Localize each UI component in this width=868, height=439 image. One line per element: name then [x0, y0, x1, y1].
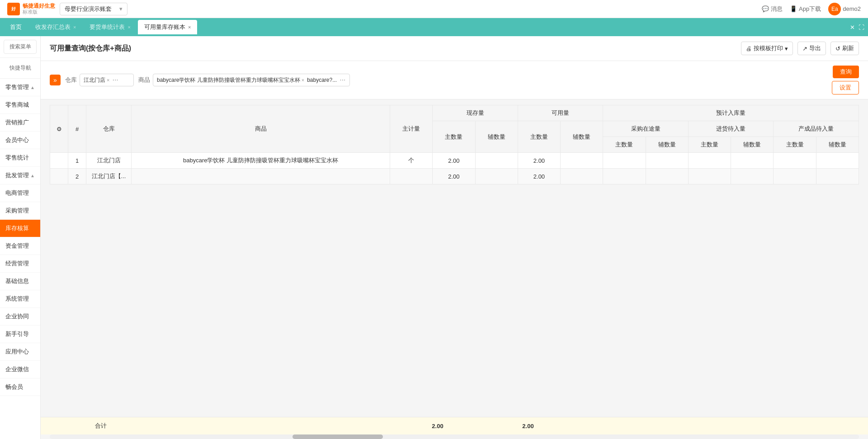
tab-order-stats[interactable]: 要货单统计表 ×	[83, 20, 137, 34]
settings-button[interactable]: 设置	[832, 81, 859, 94]
product-tag-2: babycare?...	[307, 77, 337, 83]
th-product: 商品	[132, 105, 390, 153]
filter-toggle-button[interactable]: »	[50, 75, 61, 85]
tab-home-label: 首页	[10, 23, 22, 31]
nav-tabs: 首页 收发存汇总表 × 要货单统计表 × 可用量库存账本 × ✕ ⛶	[0, 18, 868, 36]
tag-close-icon[interactable]: ×	[302, 77, 304, 83]
tab-order-stats-label: 要货单统计表	[90, 23, 125, 31]
cell-avail-aux-2	[561, 169, 603, 184]
message-icon: 💬	[762, 5, 769, 12]
sidebar-item-finance-mgmt[interactable]: 资金管理	[0, 237, 40, 255]
sidebar-item-sys-mgmt-label: 系统管理	[5, 295, 29, 303]
product-filter-field: 商品 babycare学饮杯 儿童防摔防撞吸管杯重力球吸嘴杯宝宝水杯 × bab…	[138, 74, 350, 86]
quick-nav-item[interactable]: 快捷导航	[0, 61, 40, 76]
th-no: #	[68, 105, 86, 153]
close-icon[interactable]: ×	[127, 24, 130, 30]
cell-prod-aux-2	[816, 169, 859, 184]
sidebar-item-retail-stats[interactable]: 零售统计	[0, 149, 40, 167]
cell-prod-main-1	[774, 153, 816, 169]
tag-close-icon[interactable]: ×	[107, 77, 109, 83]
cell-stock-aux-2	[475, 169, 518, 184]
sidebar-item-purchase-mgmt[interactable]: 采购管理	[0, 202, 40, 220]
cell-no-2: 2	[68, 169, 86, 184]
cell-avail-main-1: 2.00	[518, 153, 560, 169]
sidebar-item-ops-mgmt-label: 经营管理	[5, 260, 29, 268]
sidebar-item-enterprise-wechat[interactable]: 企业微信	[0, 361, 40, 378]
sidebar-item-inventory-check-label: 库存核算	[5, 224, 29, 232]
app-download-label: App下载	[799, 5, 821, 13]
close-window-icon[interactable]: ✕	[850, 24, 855, 31]
product-filter-value[interactable]: babycare学饮杯 儿童防摔防撞吸管杯重力球吸嘴杯宝宝水杯 × babyca…	[153, 74, 350, 86]
scrollbar-thumb[interactable]	[292, 434, 383, 439]
close-icon[interactable]: ×	[73, 24, 76, 30]
cell-unit-1: 个	[390, 153, 433, 169]
sidebar-item-retail-stats-label: 零售统计	[5, 154, 29, 162]
chevron-icon: ▲	[30, 173, 35, 178]
template-print-button[interactable]: 🖨 按模板打印 ▾	[741, 42, 793, 55]
cell-stock-main-1: 2.00	[433, 153, 475, 169]
th-purchase-main: 主数量	[603, 137, 646, 153]
sidebar-item-retail-mall[interactable]: 零售商城	[0, 96, 40, 114]
cell-avail-main-2: 2.00	[518, 169, 560, 184]
industry-selector[interactable]: 母婴行业演示账套 ▾	[60, 3, 127, 15]
sidebar-item-sys-mgmt[interactable]: 系统管理	[0, 290, 40, 308]
cell-inbound-aux-2	[731, 169, 774, 184]
sidebar-item-marketing-label: 营销推广	[5, 118, 29, 127]
sidebar-item-new-guide-label: 新手引导	[5, 330, 29, 338]
cell-purchase-aux-2	[646, 169, 688, 184]
th-avail-main: 主数量	[518, 121, 560, 153]
horizontal-scrollbar[interactable]	[50, 434, 859, 439]
logo-area: 好 畅捷通好生意 标准版	[7, 3, 55, 15]
sidebar-item-marketing[interactable]: 营销推广	[0, 114, 40, 132]
sidebar-item-ops-mgmt[interactable]: 经营管理	[0, 255, 40, 273]
footer-stock-main: 2.00	[410, 423, 465, 430]
sidebar-item-retail-mgmt[interactable]: 零售管理 ▲	[0, 79, 40, 96]
close-icon[interactable]: ×	[188, 24, 191, 30]
sidebar-item-wholesale-mgmt[interactable]: 批发管理 ▲	[0, 167, 40, 184]
phone-icon: 📱	[790, 5, 797, 12]
user-action[interactable]: Ea demo2	[828, 3, 861, 15]
tab-receive-summary[interactable]: 收发存汇总表 ×	[29, 20, 82, 34]
more-icon[interactable]: ···	[340, 76, 345, 84]
sidebar-item-enterprise-collab[interactable]: 企业协同	[0, 308, 40, 326]
page-actions: 🖨 按模板打印 ▾ ↗ 导出 ↺ 刷新	[741, 42, 859, 61]
chevron-down-icon: ▾	[785, 45, 788, 52]
sidebar-item-member[interactable]: 畅会员	[0, 378, 40, 396]
tab-home[interactable]: 首页	[4, 20, 28, 34]
sidebar-item-member-center[interactable]: 会员中心	[0, 132, 40, 149]
sidebar-item-new-guide[interactable]: 新手引导	[0, 326, 40, 343]
sidebar-item-app-center[interactable]: 应用中心	[0, 343, 40, 361]
top-bar-right: 💬 消息 📱 App下载 Ea demo2	[762, 3, 861, 15]
table-footer: 合计 2.00 2.00	[41, 417, 868, 434]
export-button[interactable]: ↗ 导出	[797, 42, 826, 55]
query-button[interactable]: 查询	[833, 66, 859, 78]
cell-warehouse-1: 江北门店	[86, 153, 132, 169]
th-stock-main: 主数量	[433, 121, 475, 153]
sidebar: 搜索菜单 快捷导航 零售管理 ▲ 零售商城 营销推广 会员中心 零售统计 批发管…	[0, 36, 41, 439]
sidebar-item-basic-info[interactable]: 基础信息	[0, 273, 40, 290]
refresh-button[interactable]: ↺ 刷新	[830, 42, 859, 55]
th-purchase-intransit: 采购在途量	[603, 121, 689, 137]
warehouse-filter-label: 仓库	[65, 76, 77, 84]
sidebar-item-ecommerce-mgmt[interactable]: 电商管理	[0, 184, 40, 202]
fullscreen-icon[interactable]: ⛶	[859, 24, 864, 31]
search-menu-button[interactable]: 搜索菜单	[4, 40, 37, 54]
warehouse-filter-value[interactable]: 江北门店 × ···	[80, 74, 134, 86]
more-icon[interactable]: ···	[112, 76, 118, 84]
sidebar-item-retail-mall-label: 零售商城	[5, 101, 29, 109]
sidebar-search-area: 搜索菜单	[0, 36, 40, 58]
table-row: 2 江北门店【... 2.00 2.00	[50, 169, 859, 184]
sidebar-item-inventory-check[interactable]: 库存核算	[0, 220, 40, 237]
message-label: 消息	[771, 5, 783, 13]
th-gear[interactable]: ⚙	[50, 105, 68, 153]
query-buttons-area: 查询 设置	[832, 66, 859, 94]
cell-product-1: babycare学饮杯 儿童防摔防撞吸管杯重力球吸嘴杯宝宝水杯	[132, 153, 390, 169]
th-inbound-pending: 进货待入量	[688, 121, 774, 137]
message-action[interactable]: 💬 消息	[762, 5, 783, 13]
sidebar-item-enterprise-wechat-label: 企业微信	[5, 365, 29, 373]
sidebar-item-wholesale-mgmt-label: 批发管理	[5, 171, 29, 179]
tab-available-stock[interactable]: 可用量库存账本 ×	[138, 20, 197, 34]
sidebar-item-member-label: 畅会员	[5, 383, 23, 391]
cell-prod-main-2	[774, 169, 816, 184]
app-download-action[interactable]: 📱 App下载	[790, 5, 821, 13]
